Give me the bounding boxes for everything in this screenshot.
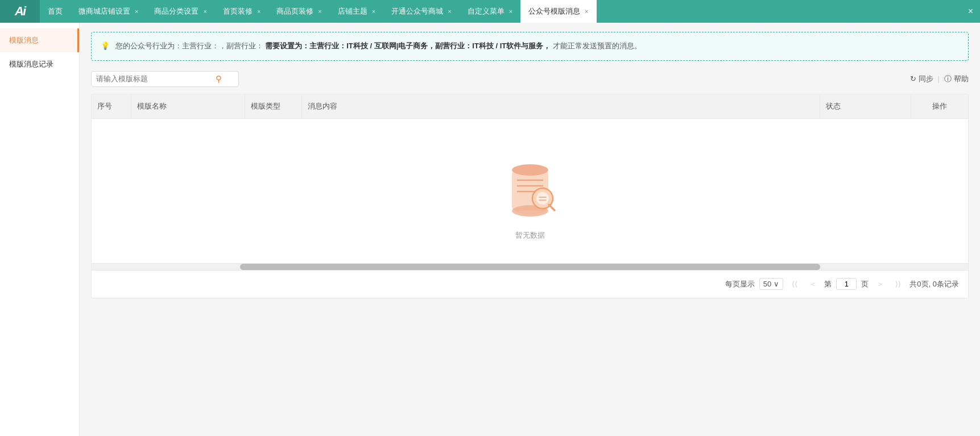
next-page-button[interactable]: ＞ xyxy=(873,277,887,291)
help-icon: ⓘ xyxy=(944,74,952,84)
nav-tab-store-theme[interactable]: 店铺主题× xyxy=(330,0,383,23)
page-unit: 页 xyxy=(861,279,869,289)
tab-label: 开通公众号商城 xyxy=(391,6,443,16)
nav-tab-product-decor[interactable]: 商品页装修× xyxy=(268,0,329,23)
tab-label: 自定义菜单 xyxy=(468,6,505,16)
nav-tab-open-mall[interactable]: 开通公众号商城× xyxy=(383,0,459,23)
app-logo: Ai xyxy=(0,0,40,23)
horizontal-scrollbar[interactable] xyxy=(92,263,968,270)
divider: | xyxy=(938,74,940,83)
search-input-wrap[interactable]: ⚲ xyxy=(91,71,239,87)
notice-highlight: 需要设置为：主营行业：IT科技 / 互联网|电子商务，副营行业：IT科技 / I… xyxy=(265,41,551,50)
empty-illustration xyxy=(496,153,564,221)
th-content: 消息内容 xyxy=(302,94,820,118)
tab-close-icon[interactable]: × xyxy=(585,8,588,15)
main-layout: 模版消息模版消息记录 💡 您的公众号行业为：主营行业：，副营行业： 需要设置为：… xyxy=(0,23,980,436)
tab-close-icon[interactable]: × xyxy=(318,8,321,15)
data-table: 序号 模版名称 模版类型 消息内容 状态 操作 xyxy=(91,94,969,298)
nav-tab-template-msg[interactable]: 公众号模版消息× xyxy=(520,0,596,23)
tab-label: 店铺主题 xyxy=(338,6,367,16)
tab-close-icon[interactable]: × xyxy=(509,8,512,15)
scrollbar-thumb[interactable] xyxy=(240,264,820,270)
notice-box: 💡 您的公众号行业为：主营行业：，副营行业： 需要设置为：主营行业：IT科技 /… xyxy=(91,32,969,61)
content-area: 💡 您的公众号行业为：主营行业：，副营行业： 需要设置为：主营行业：IT科技 /… xyxy=(80,23,980,436)
sync-button[interactable]: ↻ 同步 xyxy=(910,74,933,84)
search-icon[interactable]: ⚲ xyxy=(216,74,222,84)
svg-line-9 xyxy=(549,205,555,210)
th-seq: 序号 xyxy=(92,94,131,118)
nav-tab-product-category[interactable]: 商品分类设置× xyxy=(146,0,214,23)
svg-point-2 xyxy=(512,164,548,176)
notice-prefix: 您的公众号行业为：主营行业：，副营行业： xyxy=(115,41,263,50)
sync-label: 同步 xyxy=(919,74,933,84)
pagination-summary: 共0页, 0条记录 xyxy=(909,279,959,289)
last-page-button[interactable]: ⟩⟩ xyxy=(891,277,905,291)
tab-label: 公众号模版消息 xyxy=(528,6,580,16)
sidebar-item-template-msg-log[interactable]: 模版消息记录 xyxy=(0,52,79,76)
first-page-button[interactable]: ⟨⟨ xyxy=(788,277,801,291)
svg-point-8 xyxy=(536,192,549,205)
nav-tabs: 首页微商城店铺设置×商品分类设置×首页装修×商品页装修×店铺主题×开通公众号商城… xyxy=(40,0,961,23)
empty-text: 暂无数据 xyxy=(515,230,545,240)
th-action: 操作 xyxy=(911,94,968,118)
search-row: ⚲ ↻ 同步 | ⓘ 帮助 xyxy=(91,71,969,87)
th-name: 模版名称 xyxy=(131,94,245,118)
page-number-input[interactable] xyxy=(836,278,857,290)
sync-icon: ↻ xyxy=(910,74,916,83)
page-label: 第 xyxy=(824,279,832,289)
tab-close-icon[interactable]: × xyxy=(203,8,206,15)
notice-icon: 💡 xyxy=(101,41,110,50)
tab-label: 首页装修 xyxy=(223,6,253,16)
tab-label: 商品分类设置 xyxy=(154,6,199,16)
sync-help-row: ↻ 同步 | ⓘ 帮助 xyxy=(910,74,969,84)
page-size-label: 每页显示 xyxy=(725,279,755,289)
page-size-value: 50 xyxy=(763,280,771,288)
notice-suffix: 才能正常发送预置的消息。 xyxy=(553,41,642,50)
tab-close-icon[interactable]: × xyxy=(372,8,375,15)
search-input[interactable] xyxy=(96,74,216,83)
tab-label: 商品页装修 xyxy=(276,6,313,16)
tab-label: 微商城店铺设置 xyxy=(78,6,130,16)
help-button[interactable]: ⓘ 帮助 xyxy=(944,74,969,84)
th-type: 模版类型 xyxy=(245,94,302,118)
page-size-select[interactable]: 50 ∨ xyxy=(759,278,783,290)
nav-tab-custom-menu[interactable]: 自定义菜单× xyxy=(460,0,520,23)
empty-state: 暂无数据 xyxy=(92,119,968,263)
top-nav: Ai 首页微商城店铺设置×商品分类设置×首页装修×商品页装修×店铺主题×开通公众… xyxy=(0,0,980,23)
nav-tab-home[interactable]: 首页 xyxy=(40,0,71,23)
close-all-button[interactable]: × xyxy=(961,0,980,23)
nav-tab-weshop-settings[interactable]: 微商城店铺设置× xyxy=(71,0,146,23)
pagination: 每页显示 50 ∨ ⟨⟨ ＜ 第 页 ＞ ⟩⟩ 共0页, 0条记录 xyxy=(92,270,968,298)
sidebar: 模版消息模版消息记录 xyxy=(0,23,80,436)
table-header: 序号 模版名称 模版类型 消息内容 状态 操作 xyxy=(92,94,968,119)
chevron-down-icon: ∨ xyxy=(774,280,779,288)
tab-close-icon[interactable]: × xyxy=(257,8,260,15)
sidebar-item-template-msg[interactable]: 模版消息 xyxy=(0,28,79,52)
sidebar-item-label: 模版消息记录 xyxy=(9,60,53,68)
nav-tab-home-decor[interactable]: 首页装修× xyxy=(215,0,268,23)
prev-page-button[interactable]: ＜ xyxy=(806,277,820,291)
help-label: 帮助 xyxy=(954,74,969,84)
th-status: 状态 xyxy=(820,94,911,118)
tab-close-icon[interactable]: × xyxy=(448,8,451,15)
tab-close-icon[interactable]: × xyxy=(135,8,138,15)
sidebar-item-label: 模版消息 xyxy=(9,36,39,44)
tab-label: 首页 xyxy=(48,6,63,16)
logo-text: Ai xyxy=(15,4,25,19)
